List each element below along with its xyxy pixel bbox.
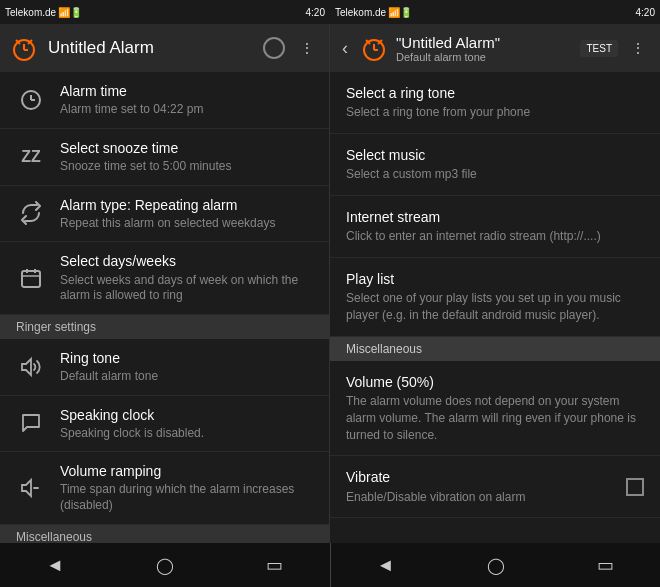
clock-icon [16, 85, 46, 115]
volume-subtitle: The alarm volume does not depend on your… [346, 393, 644, 443]
alarm-app-icon [8, 32, 40, 64]
right-header-title: "Untitled Alarm" [396, 34, 574, 51]
right-back-icon: ◄ [377, 555, 395, 576]
svg-marker-12 [22, 359, 31, 375]
vibrate-subtitle: Enable/Disable vibration on alarm [346, 489, 626, 506]
alarm-time-item[interactable]: Alarm time Alarm time set to 04:22 pm [0, 72, 329, 129]
alarm-icon-svg [10, 34, 38, 62]
right-recent-button[interactable]: ▭ [577, 546, 634, 584]
volume-icon [16, 352, 46, 382]
svg-marker-13 [22, 480, 31, 496]
alarm-time-title: Alarm time [60, 82, 313, 100]
test-button[interactable]: TEST [580, 40, 618, 57]
left-nav: ◄ ◯ ▭ [0, 546, 330, 584]
volume-ramping-title: Volume ramping [60, 462, 313, 480]
left-home-icon: ◯ [156, 556, 174, 575]
left-recent-button[interactable]: ▭ [246, 546, 303, 584]
select-days-title: Select days/weeks [60, 252, 313, 270]
ramp-icon [16, 473, 46, 503]
right-home-button[interactable]: ◯ [467, 548, 525, 583]
right-signal-icons: 📶🔋 [388, 7, 412, 18]
select-days-item[interactable]: Select days/weeks Select weeks and days … [0, 242, 329, 314]
right-menu-button[interactable]: ⋮ [624, 34, 652, 62]
internet-stream-subtitle: Click to enter an internet radio stream … [346, 228, 644, 245]
select-music-title: Select music [346, 146, 644, 164]
svg-rect-8 [22, 271, 40, 287]
alarm-type-item[interactable]: Alarm type: Repeating alarm Repeat this … [0, 186, 329, 243]
left-header-circle [263, 37, 285, 59]
snooze-time-item[interactable]: ZZ Select snooze time Snooze time set to… [0, 129, 329, 186]
left-panel: Untitled Alarm ⋮ Alarm time Alarm time s… [0, 24, 330, 543]
right-alarm-icon [358, 32, 390, 64]
select-days-subtitle: Select weeks and days of week on which t… [60, 273, 313, 304]
right-carrier: Telekom.de [335, 7, 386, 18]
repeat-icon [16, 198, 46, 228]
left-home-button[interactable]: ◯ [136, 548, 194, 583]
left-carrier: Telekom.de [5, 7, 56, 18]
alarm-type-title: Alarm type: Repeating alarm [60, 196, 313, 214]
snooze-time-text: Select snooze time Snooze time set to 5:… [60, 139, 313, 175]
ring-tone-item[interactable]: Ring tone Default alarm tone [0, 339, 329, 396]
play-list-title: Play list [346, 270, 644, 288]
volume-ramping-item[interactable]: Volume ramping Time span during which th… [0, 452, 329, 524]
ring-tone-text: Ring tone Default alarm tone [60, 349, 313, 385]
right-title-area: "Untitled Alarm" Default alarm tone [396, 34, 574, 63]
left-scroll-area: Alarm time Alarm time set to 04:22 pm ZZ… [0, 72, 329, 543]
left-back-icon: ◄ [46, 555, 64, 576]
vibrate-checkbox[interactable] [626, 478, 644, 496]
speaking-clock-item[interactable]: Speaking clock Speaking clock is disable… [0, 396, 329, 453]
left-back-button[interactable]: ◄ [26, 547, 84, 584]
play-list-item[interactable]: Play list Select one of your play lists … [330, 258, 660, 337]
vibrate-text: Vibrate Enable/Disable vibration on alar… [346, 468, 626, 505]
select-ring-tone-item[interactable]: Select a ring tone Select a ring tone fr… [330, 72, 660, 134]
left-recent-icon: ▭ [266, 554, 283, 576]
alarm-type-subtitle: Repeat this alarm on selected weekdays [60, 216, 313, 232]
status-bar-left: Telekom.de 📶🔋 4:20 [0, 0, 330, 24]
ringer-section-header: Ringer settings [0, 315, 329, 339]
right-recent-icon: ▭ [597, 554, 614, 576]
right-misc-section-header: Miscellaneous [330, 337, 660, 361]
left-time: 4:20 [306, 7, 325, 18]
ring-tone-subtitle: Default alarm tone [60, 369, 313, 385]
speaking-clock-subtitle: Speaking clock is disabled. [60, 426, 313, 442]
volume-title: Volume (50%) [346, 373, 644, 391]
status-bar-right: Telekom.de 📶🔋 4:20 [330, 0, 660, 24]
volume-ramping-subtitle: Time span during which the alarm increas… [60, 482, 313, 513]
status-bars: Telekom.de 📶🔋 4:20 Telekom.de 📶🔋 4:20 [0, 0, 660, 24]
right-nav: ◄ ◯ ▭ [331, 546, 661, 584]
select-ring-tone-subtitle: Select a ring tone from your phone [346, 104, 644, 121]
right-time-area: 4:20 [636, 7, 655, 18]
snooze-time-title: Select snooze time [60, 139, 313, 157]
vibrate-title: Vibrate [346, 468, 626, 486]
select-music-item[interactable]: Select music Select a custom mp3 file [330, 134, 660, 196]
select-ring-tone-title: Select a ring tone [346, 84, 644, 102]
vibrate-item[interactable]: Vibrate Enable/Disable vibration on alar… [330, 456, 660, 518]
select-days-text: Select days/weeks Select weeks and days … [60, 252, 313, 303]
left-carrier-area: Telekom.de 📶🔋 [5, 7, 82, 18]
alarm-time-text: Alarm time Alarm time set to 04:22 pm [60, 82, 313, 118]
right-back-button[interactable]: ◄ [357, 547, 415, 584]
left-header-title: Untitled Alarm [48, 38, 255, 58]
internet-stream-title: Internet stream [346, 208, 644, 226]
right-carrier-area: Telekom.de 📶🔋 [335, 7, 412, 18]
zzz-icon: ZZ [16, 142, 46, 172]
play-list-subtitle: Select one of your play lists you set up… [346, 290, 644, 324]
alarm-time-subtitle: Alarm time set to 04:22 pm [60, 102, 313, 118]
right-back-button[interactable]: ‹ [338, 34, 352, 63]
alarm-type-text: Alarm type: Repeating alarm Repeat this … [60, 196, 313, 232]
right-header: ‹ "Untitled Alarm" Default alarm tone TE… [330, 24, 660, 72]
right-time: 4:20 [636, 7, 655, 18]
speaking-clock-title: Speaking clock [60, 406, 313, 424]
right-header-subtitle: Default alarm tone [396, 51, 574, 63]
left-time-area: 4:20 [306, 7, 325, 18]
left-menu-button[interactable]: ⋮ [293, 34, 321, 62]
volume-item[interactable]: Volume (50%) The alarm volume does not d… [330, 361, 660, 457]
calendar-icon [16, 263, 46, 293]
speech-bubble-icon [16, 408, 46, 438]
left-header: Untitled Alarm ⋮ [0, 24, 329, 72]
left-misc-section-header: Miscellaneous [0, 525, 329, 543]
right-panel: ‹ "Untitled Alarm" Default alarm tone TE… [330, 24, 660, 543]
volume-ramping-text: Volume ramping Time span during which th… [60, 462, 313, 513]
internet-stream-item[interactable]: Internet stream Click to enter an intern… [330, 196, 660, 258]
left-signal-icons: 📶🔋 [58, 7, 82, 18]
